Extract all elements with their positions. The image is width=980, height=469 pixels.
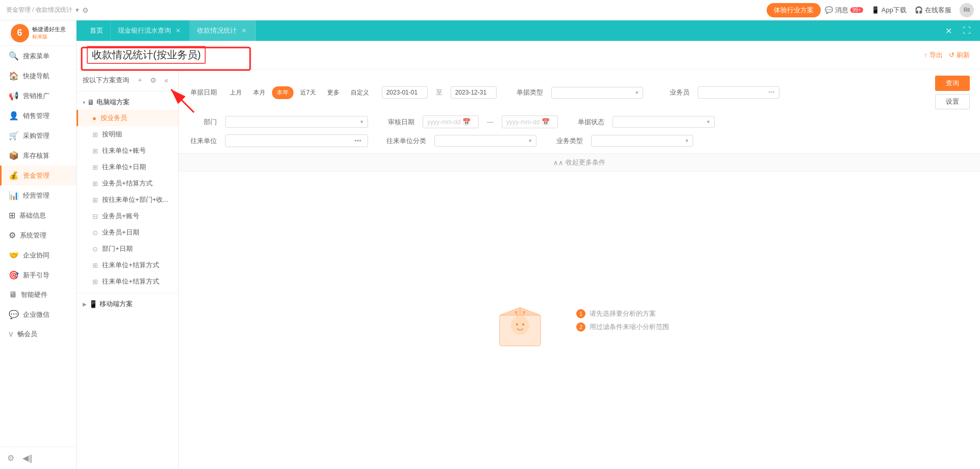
scheme-item-partner-dept-label: 按往来单位+部门+收... bbox=[102, 195, 168, 204]
scheme-settings-btn[interactable]: ⚙ bbox=[148, 75, 159, 86]
sidebar-item-member-label: 畅会员 bbox=[17, 330, 37, 339]
collapse-more-btn[interactable]: ∧∧ 收起更多条件 bbox=[553, 158, 605, 167]
tab-bank-flow[interactable]: 现金银行流水查询 ✕ bbox=[111, 20, 190, 41]
voucher-type-select[interactable]: ▾ bbox=[551, 87, 643, 99]
tab-fullscreen-btn[interactable]: ⛶ bbox=[960, 24, 974, 38]
home-icon: 🏠 bbox=[9, 71, 19, 81]
tab-bank-flow-close[interactable]: ✕ bbox=[174, 27, 182, 35]
empty-content: 1 请先选择要分析的方案 2 用过滤条件来缩小分析范围 bbox=[489, 290, 669, 351]
notification-area[interactable]: 💬 消息 99+ bbox=[825, 6, 863, 15]
review-date-separator: — bbox=[487, 118, 494, 126]
main-area: 单据日期 上月 本月 本年 近7天 更多 自定义 2023-01-01 至 bbox=[179, 69, 980, 469]
date-btn-more[interactable]: 更多 bbox=[323, 86, 344, 99]
tab-receipt-stats-close[interactable]: ✕ bbox=[240, 27, 248, 35]
scheme-item-detail-label: 按明细 bbox=[102, 130, 122, 139]
date-from-input[interactable]: 2023-01-01 bbox=[382, 86, 428, 99]
svg-point-2 bbox=[511, 316, 529, 335]
sidebar-item-quicknav[interactable]: 🏠 快捷导航 bbox=[0, 66, 76, 86]
scheme-item-partner-date[interactable]: ⊞ 往来单位+日期 bbox=[77, 159, 178, 175]
sidebar-item-search[interactable]: 🔍 搜索菜单 bbox=[0, 46, 76, 66]
sidebar-item-business[interactable]: 📊 经营管理 bbox=[0, 185, 76, 205]
date-btn-this-year[interactable]: 本年 bbox=[272, 86, 293, 99]
biz-type-select[interactable]: ▾ bbox=[591, 135, 693, 147]
sidebar-item-sales[interactable]: 👤 销售管理 bbox=[0, 106, 76, 126]
trial-button[interactable]: 体验行业方案 bbox=[767, 3, 821, 17]
page-inner: 按以下方案查询 ＋ ⚙ « ▾ 🖥 电脑端方案 ● 按业 bbox=[77, 69, 980, 469]
partner-settle2-icon: ⊞ bbox=[92, 278, 98, 286]
sidebar-item-guide[interactable]: 🎯 新手引导 bbox=[0, 265, 76, 285]
tab-right-actions: ✕ ⛶ bbox=[941, 24, 974, 38]
sidebar-item-inventory[interactable]: 📦 库存核算 bbox=[0, 146, 76, 166]
refresh-btn[interactable]: ↺ 刷新 bbox=[949, 51, 970, 60]
dept-arrow: ▾ bbox=[360, 119, 363, 125]
sidebar-item-system[interactable]: ⚙ 系统管理 bbox=[0, 225, 76, 245]
guide-icon: 🎯 bbox=[9, 270, 19, 280]
headset-icon: 🎧 bbox=[915, 6, 923, 14]
scheme-add-btn[interactable]: ＋ bbox=[134, 75, 145, 86]
salesperson-more-icon[interactable]: ••• bbox=[768, 89, 775, 96]
date-btn-custom[interactable]: 自定义 bbox=[346, 86, 374, 99]
partner-select[interactable]: ••• bbox=[225, 134, 368, 147]
tab-receipt-stats[interactable]: 收款情况统计 ✕ bbox=[190, 20, 256, 41]
breadcrumb-dropdown-icon[interactable]: ▾ bbox=[76, 6, 79, 14]
settings-button[interactable]: 设置 bbox=[935, 94, 970, 109]
settings-icon[interactable]: ⚙ bbox=[82, 6, 89, 14]
date-btn-last-month[interactable]: 上月 bbox=[225, 86, 247, 99]
sidebar-item-collab[interactable]: 🤝 企业协同 bbox=[0, 245, 76, 265]
partner-more-btn[interactable]: ••• bbox=[352, 137, 363, 145]
review-from-input[interactable]: yyyy-mm-dd 📅 bbox=[423, 115, 479, 128]
sidebar-item-basics[interactable]: ⊞ 基础信息 bbox=[0, 205, 76, 225]
query-button[interactable]: 查询 bbox=[935, 76, 970, 91]
scheme-item-salesperson-acct[interactable]: ⊟ 业务员+账号 bbox=[77, 208, 178, 224]
review-to-input[interactable]: yyyy-mm-dd 📅 bbox=[502, 115, 558, 128]
business-icon: 📊 bbox=[9, 191, 19, 200]
scheme-item-salesperson-date[interactable]: ⊙ 业务员+日期 bbox=[77, 224, 178, 241]
sidebar-item-marketing[interactable]: 📢 营销推广 bbox=[0, 86, 76, 106]
date-to-input[interactable]: 2023-12-31 bbox=[451, 86, 497, 99]
scheme-item-dept-date[interactable]: ⊙ 部门+日期 bbox=[77, 241, 178, 257]
scheme-item-salesperson-date-label: 业务员+日期 bbox=[102, 228, 139, 237]
partner-date-icon: ⊞ bbox=[92, 163, 98, 171]
scheme-item-partner-settle2-label: 往来单位+结算方式 bbox=[102, 277, 159, 286]
scheme-item-salesperson-acct-label: 业务员+账号 bbox=[102, 212, 139, 221]
sidebar-item-wechat[interactable]: 💬 企业微信 bbox=[0, 304, 76, 324]
scheme-item-partner-dept[interactable]: ⊞ 按往来单位+部门+收... bbox=[77, 192, 178, 208]
scheme-collapse-btn[interactable]: « bbox=[161, 75, 172, 86]
user-avatar[interactable]: Rit bbox=[960, 3, 974, 17]
app-download-area[interactable]: 📱 App下载 bbox=[871, 6, 906, 15]
dept-date-icon: ⊙ bbox=[92, 245, 98, 253]
partner-category-select[interactable]: ▾ bbox=[434, 135, 536, 147]
sidebar-item-member[interactable]: V 畅会员 bbox=[0, 324, 76, 344]
salesperson-acct-icon: ⊟ bbox=[92, 213, 98, 220]
scheme-item-salesperson[interactable]: ● 按业务员 bbox=[77, 110, 178, 126]
scheme-desktop-title[interactable]: ▾ 🖥 电脑端方案 bbox=[77, 95, 178, 110]
scheme-item-partner-account[interactable]: ⊞ 往来单位+账号 bbox=[77, 143, 178, 159]
hardware-icon: 🖥 bbox=[9, 290, 17, 299]
tab-home[interactable]: 首页 bbox=[83, 20, 111, 41]
notification-label: 消息 bbox=[835, 6, 848, 15]
sidebar-item-purchase[interactable]: 🛒 采购管理 bbox=[0, 126, 76, 146]
export-btn[interactable]: ↑ 导出 bbox=[924, 51, 943, 60]
scheme-panel: 按以下方案查询 ＋ ⚙ « ▾ 🖥 电脑端方案 ● 按业 bbox=[77, 69, 179, 469]
sidebar-item-hardware[interactable]: 🖥 智能硬件 bbox=[0, 285, 76, 304]
sidebar-item-hardware-label: 智能硬件 bbox=[21, 290, 47, 299]
dept-select[interactable]: ▾ bbox=[225, 116, 368, 128]
scheme-item-salesperson-settle[interactable]: ⊞ 业务员+结算方式 bbox=[77, 175, 178, 192]
sidebar-settings-btn[interactable]: ⚙ bbox=[5, 451, 16, 465]
date-btn-this-month[interactable]: 本月 bbox=[249, 86, 270, 99]
salesperson-label: 业务员 bbox=[662, 88, 690, 97]
scheme-mobile-title[interactable]: ▶ 📱 移动端方案 bbox=[77, 296, 178, 312]
online-service-area[interactable]: 🎧 在线客服 bbox=[915, 6, 951, 15]
empty-illustration bbox=[489, 290, 551, 351]
wechat-icon: 💬 bbox=[9, 310, 19, 319]
scheme-item-detail[interactable]: ⊞ 按明细 bbox=[77, 126, 178, 143]
sidebar-collapse-btn[interactable]: ◀‖ bbox=[20, 451, 35, 465]
sidebar-item-finance[interactable]: 💰 资金管理 bbox=[0, 166, 76, 185]
tab-close-all-btn[interactable]: ✕ bbox=[941, 24, 955, 38]
scheme-desktop-group: ▾ 🖥 电脑端方案 ● 按业务员 ⊞ 按明细 ⊞ 往来单位+账号 bbox=[77, 91, 178, 293]
status-select[interactable]: ▾ bbox=[612, 116, 715, 128]
scheme-item-partner-settle2[interactable]: ⊞ 往来单位+结算方式 bbox=[77, 273, 178, 290]
salesperson-select[interactable]: ••• bbox=[698, 86, 779, 99]
scheme-item-partner-settle1[interactable]: ⊞ 往来单位+结算方式 bbox=[77, 257, 178, 273]
date-btn-7days[interactable]: 近7天 bbox=[296, 86, 321, 99]
